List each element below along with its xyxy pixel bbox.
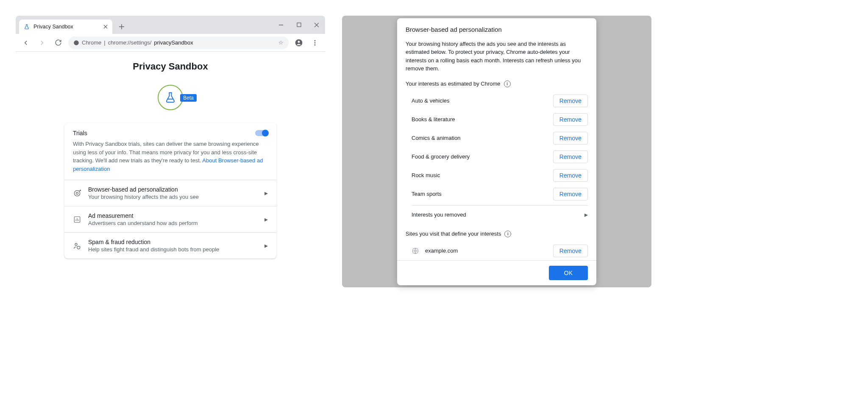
interest-item: Rock musicRemove	[412, 166, 588, 185]
tab-strip: Privacy Sandbox	[16, 16, 325, 34]
remove-button[interactable]: Remove	[553, 245, 588, 257]
site-name: example.com	[425, 248, 547, 254]
info-icon[interactable]: i	[504, 231, 511, 237]
url-path: privacySandbox	[154, 39, 193, 46]
interest-item: Comics & animationRemove	[412, 129, 588, 147]
chevron-right-icon: ▸	[264, 242, 268, 250]
trials-card: Trials With Privacy Sandbox trials, site…	[64, 123, 276, 259]
chevron-right-icon: ▸	[264, 215, 268, 223]
flask-icon	[23, 23, 30, 30]
address-bar[interactable]: Chrome | chrome://settings/privacySandbo…	[68, 36, 289, 49]
bar-chart-icon	[73, 215, 81, 224]
dialog-footer: OK	[397, 260, 596, 285]
site-item: example.com Remove	[406, 242, 588, 260]
ok-button[interactable]: OK	[549, 266, 588, 280]
page-title: Privacy Sandbox	[16, 61, 325, 72]
info-icon[interactable]: i	[504, 81, 511, 87]
interest-item: Auto & vehiclesRemove	[412, 92, 588, 110]
remove-button[interactable]: Remove	[553, 132, 588, 145]
remove-button[interactable]: Remove	[553, 113, 588, 126]
toolbar: Chrome | chrome://settings/privacySandbo…	[16, 34, 325, 52]
interest-item: Food & grocery deliveryRemove	[412, 147, 588, 166]
svg-point-6	[314, 44, 316, 45]
row-spam-fraud[interactable]: Spam & fraud reduction Help sites fight …	[64, 233, 276, 259]
dialog-description: Your browsing history affects the ads yo…	[406, 40, 588, 73]
interests-removed-row[interactable]: Interests you removed ▸	[412, 205, 588, 224]
remove-button[interactable]: Remove	[553, 188, 588, 200]
chevron-right-icon: ▸	[264, 189, 268, 197]
row-ad-measurement[interactable]: Ad measurement Advertisers can understan…	[64, 206, 276, 233]
dialog-title: Browser-based ad personalization	[406, 26, 588, 33]
svg-point-7	[74, 190, 80, 196]
interest-item: Books & literatureRemove	[412, 110, 588, 129]
minimize-icon[interactable]	[276, 20, 286, 30]
reload-button[interactable]	[52, 37, 64, 49]
remove-button[interactable]: Remove	[553, 169, 588, 182]
svg-rect-0	[297, 23, 301, 27]
trials-toggle[interactable]	[255, 130, 268, 136]
ad-personalization-dialog: Browser-based ad personalization Your br…	[397, 18, 596, 285]
svg-point-8	[76, 192, 78, 194]
url-prefix: Chrome	[82, 39, 101, 46]
tune-icon	[73, 40, 79, 46]
maximize-icon[interactable]	[294, 20, 304, 30]
beta-badge: Beta	[180, 94, 197, 102]
trials-label: Trials	[73, 130, 87, 136]
row-sub: Help sites fight fraud and distinguish b…	[88, 246, 258, 253]
browser-window: Privacy Sandbox Chrome | chrome://settin…	[16, 16, 325, 287]
svg-point-4	[314, 40, 316, 41]
profile-button[interactable]	[293, 37, 305, 49]
star-icon[interactable]: ☆	[278, 39, 284, 46]
svg-point-5	[314, 42, 316, 43]
window-controls	[276, 16, 322, 34]
menu-button[interactable]	[309, 37, 321, 49]
forward-button	[36, 37, 48, 49]
row-sub: Advertisers can understand how ads perfo…	[88, 220, 258, 226]
chevron-right-icon: ▸	[584, 211, 588, 219]
remove-button[interactable]: Remove	[553, 150, 588, 163]
interest-list: Auto & vehiclesRemove Books & literature…	[406, 92, 588, 224]
row-title: Spam & fraud reduction	[88, 239, 258, 245]
row-title: Browser-based ad personalization	[88, 186, 258, 193]
user-shield-icon	[73, 242, 81, 250]
sites-heading: Sites you visit that define your interes…	[406, 231, 588, 237]
dialog-backdrop: Browser-based ad personalization Your br…	[342, 16, 651, 287]
row-ad-personalization[interactable]: Browser-based ad personalization Your br…	[64, 180, 276, 206]
row-sub: Your browsing history affects the ads yo…	[88, 194, 258, 200]
svg-point-10	[75, 243, 77, 245]
flask-badge-icon: Beta	[158, 85, 183, 110]
globe-icon	[412, 247, 419, 255]
back-button[interactable]	[20, 37, 32, 49]
svg-point-3	[298, 41, 300, 43]
row-title: Ad measurement	[88, 212, 258, 219]
tab-active[interactable]: Privacy Sandbox	[19, 19, 112, 34]
target-icon	[73, 189, 81, 198]
interest-item: Team sportsRemove	[412, 185, 588, 203]
close-window-icon[interactable]	[312, 20, 322, 30]
tab-title: Privacy Sandbox	[33, 24, 73, 30]
svg-point-1	[74, 40, 79, 45]
trials-description: With Privacy Sandbox trials, sites can d…	[73, 140, 268, 173]
interests-heading: Your interests as estimated by Chrome i	[406, 81, 588, 87]
close-icon[interactable]	[102, 23, 109, 30]
settings-page: Privacy Sandbox Beta Trials With Privacy…	[16, 52, 325, 287]
remove-button[interactable]: Remove	[553, 95, 588, 107]
new-tab-button[interactable]	[116, 21, 128, 33]
